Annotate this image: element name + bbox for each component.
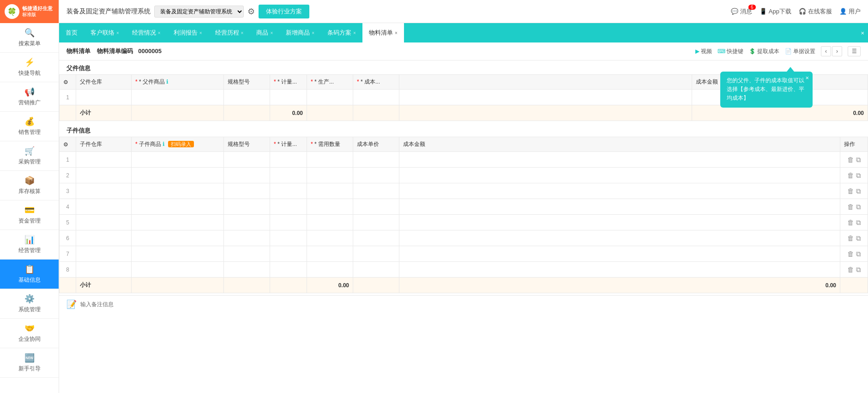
child-product-cell[interactable] <box>132 215 224 230</box>
sidebar-item-search[interactable]: 🔍 搜索菜单 <box>0 23 59 53</box>
child-spec-cell[interactable] <box>224 152 270 168</box>
child-unit-cell[interactable] <box>270 199 307 215</box>
child-product-cell[interactable] <box>132 262 224 278</box>
sidebar-item-enterprise[interactable]: 🤝 企业协同 <box>0 319 59 348</box>
cost-action[interactable]: 💲 提取成本 <box>749 48 779 55</box>
parent-col-settings[interactable]: ⚙ <box>60 75 76 90</box>
child-unitcost-cell[interactable] <box>353 262 399 278</box>
tab-history[interactable]: 经营历程 × <box>209 23 250 42</box>
delete-icon[interactable]: 🗑 <box>847 156 854 164</box>
tab-home[interactable]: 首页 <box>59 23 84 42</box>
copy-icon[interactable]: ⧉ <box>856 171 861 180</box>
sidebar-item-marketing[interactable]: 📢 营销推广 <box>0 82 59 112</box>
tab-bom[interactable]: 物料清单 × <box>362 23 404 42</box>
tab-operations[interactable]: 经营情况 × <box>126 23 167 42</box>
child-unitcost-cell[interactable] <box>353 246 399 262</box>
child-product-cell[interactable] <box>132 183 224 199</box>
delete-icon[interactable]: 🗑 <box>847 266 854 274</box>
child-warehouse-cell[interactable] <box>76 152 132 168</box>
menu-toggle[interactable]: ☰ <box>848 46 861 56</box>
tab-profit-close[interactable]: × <box>199 30 202 36</box>
parent-warehouse-cell[interactable] <box>76 90 132 105</box>
child-spec-cell[interactable] <box>224 183 270 199</box>
child-qty-cell[interactable] <box>307 262 353 278</box>
sidebar-item-system[interactable]: ⚙️ 系统管理 <box>0 289 59 319</box>
child-unit-cell[interactable] <box>270 246 307 262</box>
view-action[interactable]: ▶ 视频 <box>695 48 712 55</box>
parent-cost-cell[interactable] <box>353 90 399 105</box>
tab-barcode[interactable]: 条码方案 × <box>321 23 362 42</box>
trial-button[interactable]: 体验行业方案 <box>259 5 309 18</box>
settings-action[interactable]: 📄 单据设置 <box>785 48 815 55</box>
tab-newproduct-close[interactable]: × <box>312 30 314 36</box>
parent-product-cell[interactable] <box>132 90 224 105</box>
online-service-button[interactable]: 🎧 在线客服 <box>799 7 832 16</box>
child-unitcost-cell[interactable] <box>353 152 399 168</box>
child-warehouse-cell[interactable] <box>76 262 132 278</box>
delete-icon[interactable]: 🗑 <box>847 187 854 195</box>
child-warehouse-cell[interactable] <box>76 168 132 183</box>
child-product-cell[interactable] <box>132 199 224 215</box>
child-product-cell[interactable] <box>132 152 224 168</box>
tab-history-close[interactable]: × <box>241 30 244 36</box>
child-spec-cell[interactable] <box>224 262 270 278</box>
copy-icon[interactable]: ⧉ <box>856 156 861 164</box>
delete-icon[interactable]: 🗑 <box>847 218 854 227</box>
child-unitcost-cell[interactable] <box>353 215 399 230</box>
tab-products[interactable]: 商品 × <box>250 23 279 42</box>
child-product-cell[interactable] <box>132 246 224 262</box>
child-warehouse-cell[interactable] <box>76 183 132 199</box>
tab-profit[interactable]: 利润报告 × <box>167 23 209 42</box>
settings-gear-icon[interactable]: ⚙ <box>247 6 255 17</box>
child-warehouse-cell[interactable] <box>76 215 132 230</box>
tab-bom-close[interactable]: × <box>395 30 398 36</box>
shortcut-action[interactable]: ⌨ 快捷键 <box>717 48 743 55</box>
close-all-tabs[interactable]: × <box>861 30 868 36</box>
child-qty-cell[interactable] <box>307 168 353 183</box>
user-avatar[interactable]: 👤 用户 <box>839 7 861 16</box>
delete-icon[interactable]: 🗑 <box>847 203 854 211</box>
tab-newproduct[interactable]: 新增商品 × <box>279 23 321 42</box>
copy-icon[interactable]: ⧉ <box>856 203 861 211</box>
child-qty-cell[interactable] <box>307 215 353 230</box>
child-spec-cell[interactable] <box>224 215 270 230</box>
system-select[interactable]: 装备及固定资产辅助管理系统 <box>154 6 244 18</box>
copy-icon[interactable]: ⧉ <box>856 187 861 195</box>
child-spec-cell[interactable] <box>224 246 270 262</box>
child-unitcost-cell[interactable] <box>353 168 399 183</box>
copy-icon[interactable]: ⧉ <box>856 234 861 242</box>
child-warehouse-cell[interactable] <box>76 199 132 215</box>
tab-products-close[interactable]: × <box>270 30 273 36</box>
child-warehouse-cell[interactable] <box>76 230 132 246</box>
sidebar-item-purchase[interactable]: 🛒 采购管理 <box>0 141 59 171</box>
child-unit-cell[interactable] <box>270 168 307 183</box>
child-unit-cell[interactable] <box>270 183 307 199</box>
app-download-button[interactable]: 📱 App下载 <box>760 7 791 16</box>
tab-customer-close[interactable]: × <box>116 30 119 36</box>
child-qty-cell[interactable] <box>307 152 353 168</box>
sidebar-item-inventory[interactable]: 📦 库存核算 <box>0 171 59 200</box>
delete-icon[interactable]: 🗑 <box>847 234 854 242</box>
child-col-settings[interactable]: ⚙ <box>60 137 76 152</box>
tab-operations-close[interactable]: × <box>158 30 161 36</box>
child-product-cell[interactable] <box>132 230 224 246</box>
child-qty-cell[interactable] <box>307 199 353 215</box>
sidebar-item-sales[interactable]: 💰 销售管理 <box>0 112 59 141</box>
sidebar-item-guide[interactable]: 🆕 新手引导 <box>0 348 59 378</box>
sidebar-item-basic[interactable]: 📋 基础信息 <box>0 260 59 289</box>
next-arrow[interactable]: › <box>832 46 842 56</box>
child-unitcost-cell[interactable] <box>353 183 399 199</box>
parent-produce-cell[interactable] <box>307 90 353 105</box>
parent-unit-cell[interactable] <box>270 90 307 105</box>
child-product-cell[interactable] <box>132 168 224 183</box>
tab-customer[interactable]: 客户联络 × <box>84 23 126 42</box>
delete-icon[interactable]: 🗑 <box>847 250 854 258</box>
child-unit-cell[interactable] <box>270 230 307 246</box>
child-warehouse-cell[interactable] <box>76 246 132 262</box>
sidebar-item-finance[interactable]: 💳 资金管理 <box>0 200 59 230</box>
child-unit-cell[interactable] <box>270 152 307 168</box>
delete-icon[interactable]: 🗑 <box>847 171 854 180</box>
copy-icon[interactable]: ⧉ <box>856 218 861 227</box>
child-qty-cell[interactable] <box>307 246 353 262</box>
sidebar-item-operations[interactable]: 📊 经营管理 <box>0 230 59 260</box>
